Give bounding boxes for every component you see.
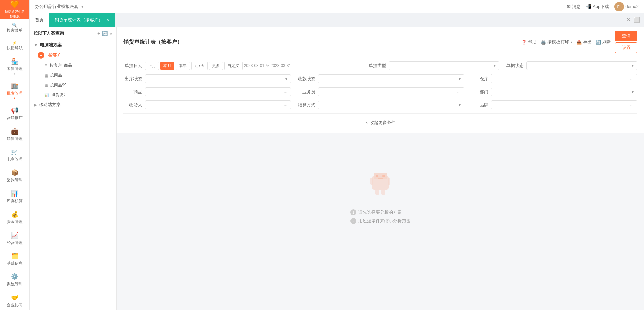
last7-btn[interactable]: 近7天 <box>191 62 208 70</box>
brand-input[interactable]: ··· <box>491 100 637 109</box>
warehouse-input[interactable]: ··· <box>491 74 637 83</box>
last-month-btn[interactable]: 上月 <box>145 62 159 70</box>
date-range-buttons: 上月 本月 本年 近7天 更多 自定义 2023-03-01 至 2023-03… <box>145 62 291 70</box>
message-icon: ✉ <box>567 4 571 9</box>
help-icon: ❓ <box>521 40 527 45</box>
scheme-by-customer[interactable]: ● 按客户 <box>30 50 116 61</box>
filter-area: 单据日期 上月 本月 本年 近7天 更多 自定义 2023-03-01 至 20… <box>117 57 644 133</box>
sidebar-item-purchase[interactable]: 📦 采购管理 <box>0 166 29 187</box>
refresh-icon: 🔄 <box>596 40 601 45</box>
topbar-right: ✉ 消息 📲 App下载 Ea demo2 <box>567 2 639 11</box>
settlement-label: 结算方式 <box>297 102 315 108</box>
sidebar-item-cooperation[interactable]: 🤝 企业协同 <box>0 291 29 310</box>
print-arrow: ▾ <box>571 40 572 44</box>
this-month-btn[interactable]: 本月 <box>160 62 174 70</box>
topbar-left: 办公用品行业模拟账套 ▾ <box>35 4 83 10</box>
topbar-dropdown-arrow[interactable]: ▾ <box>81 4 83 9</box>
main-area: 办公用品行业模拟账套 ▾ ✉ 消息 📲 App下载 Ea demo2 首页 销货… <box>30 0 644 310</box>
sidebar-item-sales[interactable]: 💼 销售管理 <box>0 124 29 145</box>
receiver-input[interactable]: ··· <box>145 100 291 109</box>
collapse-panel-btn[interactable]: « <box>110 31 112 36</box>
search-menu[interactable]: 🔍 搜索菜单 <box>7 19 23 37</box>
tabbar: 首页 销货单统计表（按客户） ✕ ✕ ⬜ <box>30 13 644 27</box>
product-input[interactable]: ··· <box>145 87 291 96</box>
table-icon: ▦ <box>44 73 48 78</box>
scheme-by-customer-product[interactable]: ⊞ 按客户+商品 <box>30 61 116 70</box>
scheme-by-product[interactable]: ▦ 按商品 <box>30 70 116 80</box>
sidebar-item-operations[interactable]: 📈 经营管理 <box>0 228 29 249</box>
this-year-btn[interactable]: 本年 <box>176 62 190 70</box>
pc-section-header[interactable]: ▼ 电脑端方案 <box>30 40 116 50</box>
receiver-dots: ··· <box>284 102 287 107</box>
purchase-label: 采购管理 <box>7 177 23 183</box>
receive-status-select[interactable]: ▾ <box>318 74 464 83</box>
sales-icon: 💼 <box>11 127 18 135</box>
ecommerce-label: 电商管理 <box>7 157 23 162</box>
salesperson-dots: ··· <box>457 89 461 94</box>
add-scheme-btn[interactable]: + <box>97 31 100 36</box>
refresh-btn[interactable]: 🔄 刷新 <box>596 39 611 45</box>
help-btn[interactable]: ❓ 帮助 <box>521 39 537 45</box>
svg-rect-5 <box>370 178 373 185</box>
chart-icon: 📊 <box>44 93 49 97</box>
doc-type-label: 单据类型 <box>367 63 386 69</box>
system-icon: ⚙️ <box>11 273 18 280</box>
avatar: Ea <box>614 2 624 11</box>
sidebar-item-system[interactable]: ⚙️ 系统管理 <box>0 270 29 291</box>
sidebar-item-inventory[interactable]: 📊 库存核算 <box>0 187 29 207</box>
filter-row-1: 单据日期 上月 本月 本年 近7天 更多 自定义 2023-03-01 至 20… <box>123 61 637 70</box>
more-btn[interactable]: 更多 <box>209 62 223 70</box>
tab-minimize-icon[interactable]: ✕ <box>626 17 631 23</box>
export-btn[interactable]: 📤 导出 <box>576 39 592 45</box>
product-filter: 商品 ··· <box>123 87 291 96</box>
salesperson-filter: 业务员 ··· <box>297 87 464 96</box>
out-status-chevron: ▾ <box>285 76 287 81</box>
topbar-title: 办公用品行业模拟账套 <box>35 4 78 10</box>
mobile-section-header[interactable]: ▶ 移动端方案 <box>30 100 116 110</box>
tab-sales-stats[interactable]: 销货单统计表（按客户） ✕ <box>49 13 115 27</box>
template-print-btn[interactable]: 🖨️ 按模板打印 ▾ <box>541 39 572 45</box>
nav-icon: ⚡ <box>12 41 17 45</box>
quick-nav[interactable]: ⚡ 快捷导航 <box>7 37 23 54</box>
out-status-select[interactable]: ▾ <box>145 74 291 83</box>
warehouse-filter: 仓库 ··· <box>470 74 637 83</box>
out-status-label: 出库状态 <box>123 76 142 82</box>
scheme-by-product99[interactable]: ▦ 按商品99 <box>30 80 116 90</box>
app-download-icon: 📲 <box>586 4 591 9</box>
sidebar-item-retail[interactable]: 🏪 零售管理 ▼ <box>0 54 29 79</box>
sidebar-item-ecommerce[interactable]: 🛒 电商管理 <box>0 145 29 166</box>
marketing-label: 营销推广 <box>7 115 23 121</box>
salesperson-input[interactable]: ··· <box>318 87 464 96</box>
receive-status-label: 收款状态 <box>297 76 315 82</box>
settlement-select[interactable]: ▾ <box>318 101 464 109</box>
svg-point-3 <box>382 175 385 177</box>
tab-maximize-icon[interactable]: ⬜ <box>633 17 640 23</box>
by-product99-label: 按商品99 <box>50 82 66 88</box>
sidebar-item-basics[interactable]: 🗂️ 基础信息 <box>0 249 29 270</box>
logo-text: 畅捷通好生意 <box>5 9 25 14</box>
doc-status-select[interactable]: ▾ <box>526 61 637 70</box>
scheme-return-stats[interactable]: 📊 退货统计 <box>30 90 116 100</box>
user-menu[interactable]: Ea demo2 <box>614 2 639 11</box>
home-tab-label: 首页 <box>35 17 44 23</box>
quick-nav-label: 快捷导航 <box>7 45 23 51</box>
department-select[interactable]: ▾ <box>491 88 637 96</box>
query-button[interactable]: 查询 <box>615 31 637 41</box>
message-btn[interactable]: ✉ 消息 <box>567 4 581 10</box>
tab-home[interactable]: 首页 <box>30 13 49 27</box>
refresh-scheme-btn[interactable]: 🔄 <box>102 31 108 36</box>
active-scheme-indicator: ● <box>38 52 44 59</box>
retail-label: 零售管理 <box>7 66 23 72</box>
sidebar-item-marketing[interactable]: 📢 营销推广 <box>0 103 29 124</box>
settings-button[interactable]: 设置 <box>615 42 637 53</box>
custom-btn[interactable]: 自定义 <box>224 62 243 70</box>
sidebar-item-finance[interactable]: 💰 资金管理 <box>0 207 29 228</box>
print-icon: 🖨️ <box>541 40 546 45</box>
tab-close-btn[interactable]: ✕ <box>106 18 109 22</box>
sidebar-item-wholesale[interactable]: 🏬 批发管理 ▲ <box>0 79 29 103</box>
app-download-btn[interactable]: 📲 App下载 <box>586 4 609 10</box>
doc-status-chevron: ▾ <box>632 63 634 68</box>
collapse-filters-btn[interactable]: ∧ 收起更多条件 <box>360 118 401 128</box>
page-header: 销货单统计表（按客户） ❓ 帮助 🖨️ 按模板打印 ▾ 📤 导出 <box>117 27 644 57</box>
doc-type-select[interactable]: ▾ <box>389 61 500 70</box>
